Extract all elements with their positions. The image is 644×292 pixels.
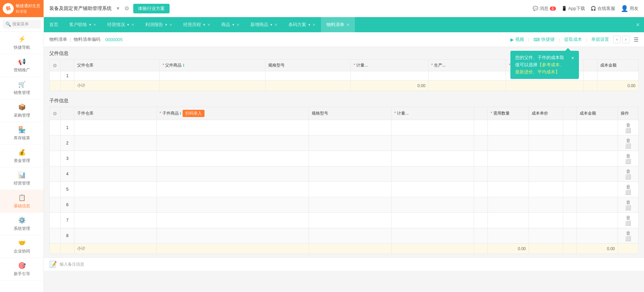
tab-customer-close[interactable]: ✕ <box>93 23 96 27</box>
tab-profit-arrow[interactable]: ▾ <box>165 22 167 27</box>
prev-arrow[interactable]: ‹ <box>613 36 621 43</box>
child-row3-goods[interactable] <box>157 151 309 166</box>
delete-icon-4[interactable]: 🗑 <box>625 168 632 174</box>
parent-goods-info-icon[interactable]: ℹ <box>183 63 184 67</box>
tooltip-close-button[interactable]: × <box>571 54 574 62</box>
tab-material-list[interactable]: 物料清单 ✕ <box>321 17 355 32</box>
tab-material-close[interactable]: ✕ <box>346 23 349 27</box>
child-row4-goods[interactable] <box>157 166 309 182</box>
child-row7-warehouse[interactable] <box>74 213 157 228</box>
child-row7-spec[interactable] <box>309 213 392 228</box>
tab-new-goods[interactable]: 新增商品 ▾ ✕ <box>245 17 283 32</box>
child-row5-qty[interactable] <box>488 182 529 197</box>
child-row7-cost-unit[interactable] <box>529 213 563 228</box>
copy-icon-6[interactable]: ⬜ <box>624 205 632 210</box>
child-row5-spec[interactable] <box>309 182 392 197</box>
copy-icon-2[interactable]: ⬜ <box>624 143 632 149</box>
sidebar-item-inventory[interactable]: 🏪 库存核算 <box>0 122 44 145</box>
sidebar-item-basic[interactable]: 📋 基础信息 <box>0 190 44 213</box>
settings-icon[interactable]: ⚙ <box>124 5 129 12</box>
child-row2-warehouse[interactable] <box>74 136 157 151</box>
child-row1-unit[interactable] <box>392 120 474 136</box>
copy-icon-3[interactable]: ⬜ <box>624 159 632 164</box>
delete-icon-6[interactable]: 🗑 <box>625 199 632 205</box>
trial-button[interactable]: 体验行业方案 <box>133 4 170 13</box>
action-settings[interactable]: 单据设置 <box>591 36 609 43</box>
nav-close-all[interactable]: ✕ <box>632 22 644 27</box>
child-row8-warehouse[interactable] <box>74 228 157 244</box>
parent-gear-icon[interactable]: ⚙ <box>53 63 57 68</box>
tab-op-status-close[interactable]: ✕ <box>131 23 134 27</box>
app-download-button[interactable]: 📱 App下载 <box>561 5 585 12</box>
action-view[interactable]: ▶ 视频 <box>510 36 524 43</box>
child-row3-qty[interactable] <box>488 151 529 166</box>
child-row8-spec[interactable] <box>309 228 392 244</box>
sidebar-item-marketing[interactable]: 📢 营销推广 <box>0 54 44 77</box>
child-row5-cost-unit[interactable] <box>529 182 563 197</box>
tab-profit-close[interactable]: ✕ <box>169 23 172 27</box>
action-cost[interactable]: 提取成本 <box>564 36 582 43</box>
next-arrow[interactable]: › <box>622 36 630 43</box>
copy-icon-4[interactable]: ⬜ <box>624 174 632 179</box>
delete-icon-3[interactable]: 🗑 <box>625 153 632 159</box>
delete-icon-2[interactable]: 🗑 <box>625 138 632 143</box>
delete-icon-1[interactable]: 🗑 <box>625 122 632 128</box>
child-row1-cost-unit[interactable] <box>529 120 563 136</box>
child-row6-goods[interactable] <box>157 197 309 213</box>
parent-row1-goods[interactable] <box>160 71 265 81</box>
child-row6-spec[interactable] <box>309 197 392 213</box>
child-row7-qty[interactable] <box>488 213 529 228</box>
note-placeholder[interactable]: 输入备注信息 <box>60 261 84 267</box>
child-row4-warehouse[interactable] <box>74 166 157 182</box>
child-row7-unit[interactable] <box>392 213 474 228</box>
tab-new-goods-close[interactable]: ✕ <box>274 23 277 27</box>
child-row2-spec[interactable] <box>309 136 392 151</box>
child-row4-spec[interactable] <box>309 166 392 182</box>
tab-goods[interactable]: 商品 ▾ ✕ <box>216 17 245 32</box>
child-goods-info-icon[interactable]: ℹ <box>180 111 181 115</box>
sidebar-item-finance[interactable]: 💰 资金管理 <box>0 145 44 167</box>
child-row3-unit[interactable] <box>392 151 474 166</box>
sidebar-item-sales[interactable]: 🛒 销售管理 <box>0 77 44 100</box>
dropdown-arrow[interactable]: ▼ <box>116 6 120 11</box>
tab-op-status-arrow[interactable]: ▾ <box>127 22 129 27</box>
parent-row1-warehouse[interactable] <box>74 71 160 81</box>
search-trigger[interactable]: 🔍 搜索菜单 <box>3 20 41 28</box>
child-row5-goods[interactable] <box>157 182 309 197</box>
delete-icon-7[interactable]: 🗑 <box>625 215 632 220</box>
tab-barcode-arrow[interactable]: ▾ <box>308 22 310 27</box>
tab-profit[interactable]: 利润报告 ▾ ✕ <box>140 17 178 32</box>
child-row1-goods[interactable] <box>157 120 309 136</box>
user-menu[interactable]: 👤 用友 <box>621 5 639 12</box>
child-row6-warehouse[interactable] <box>74 197 157 213</box>
child-row8-cost-unit[interactable] <box>529 228 563 244</box>
child-row2-unit[interactable] <box>392 136 474 151</box>
child-row3-spec[interactable] <box>309 151 392 166</box>
parent-row1-spec[interactable] <box>265 71 350 81</box>
tab-goods-arrow[interactable]: ▾ <box>232 22 234 27</box>
tab-home[interactable]: 首页 <box>44 17 64 32</box>
child-row4-cost-unit[interactable] <box>529 166 563 182</box>
tab-customer-arrow[interactable]: ▾ <box>89 22 91 27</box>
scan-button[interactable]: 扫码录入 <box>183 110 205 117</box>
tab-op-history-arrow[interactable]: ▾ <box>203 22 205 27</box>
tab-barcode[interactable]: 条码方案 ▾ ✕ <box>283 17 321 32</box>
sidebar-item-system[interactable]: ⚙️ 系统管理 <box>0 213 44 235</box>
tab-operation-history[interactable]: 经营历程 ▾ ✕ <box>178 17 216 32</box>
child-row5-warehouse[interactable] <box>74 182 157 197</box>
sidebar-item-operation[interactable]: 📊 经营管理 <box>0 167 44 190</box>
tab-op-history-close[interactable]: ✕ <box>207 23 210 27</box>
sidebar-item-purchase[interactable]: 📦 采购管理 <box>0 100 44 122</box>
tab-customer[interactable]: 客户联络 ▾ ✕ <box>64 17 102 32</box>
child-row8-qty[interactable] <box>488 228 529 244</box>
child-row2-qty[interactable] <box>488 136 529 151</box>
parent-row1-producer[interactable] <box>428 71 506 81</box>
child-row4-qty[interactable] <box>488 166 529 182</box>
copy-icon-8[interactable]: ⬜ <box>624 236 632 241</box>
child-row8-goods[interactable] <box>157 228 309 244</box>
delete-icon-5[interactable]: 🗑 <box>625 184 632 189</box>
child-row3-warehouse[interactable] <box>74 151 157 166</box>
copy-icon-1[interactable]: ⬜ <box>624 128 632 133</box>
copy-icon-7[interactable]: ⬜ <box>624 220 632 226</box>
sidebar-search-area[interactable]: 🔍 搜索菜单 <box>0 17 44 32</box>
